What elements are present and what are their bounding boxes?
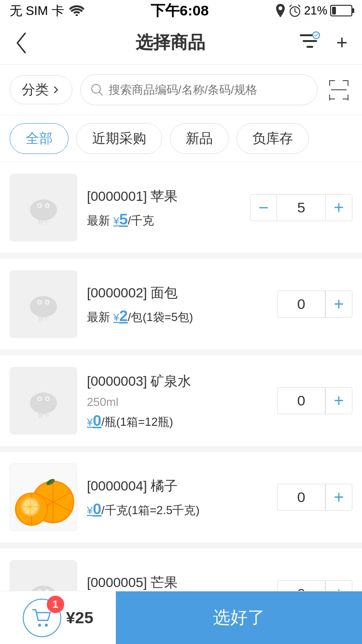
status-right: 21% bbox=[275, 4, 352, 17]
quantity-input[interactable] bbox=[277, 291, 325, 318]
product-name: [0000002] 面包 bbox=[87, 284, 267, 302]
svg-text:智十: 智十 bbox=[38, 412, 49, 419]
status-time: 下午6:08 bbox=[151, 1, 209, 21]
location-icon bbox=[275, 4, 286, 17]
status-bar: 无 SIM 卡 下午6:08 21% bbox=[0, 0, 362, 21]
battery-icon bbox=[330, 5, 352, 16]
page-title: 选择商品 bbox=[136, 31, 205, 55]
product-price: ¥0/千克(1箱=2.5千克) bbox=[87, 500, 267, 518]
product-name: [0000004] 橘子 bbox=[87, 477, 267, 495]
chevron-right-icon bbox=[52, 85, 60, 94]
battery-text: 21% bbox=[304, 4, 327, 17]
quantity-input[interactable] bbox=[277, 484, 325, 511]
product-price: ¥0/瓶(1箱=12瓶) bbox=[87, 412, 267, 430]
quantity-control-0000004: + bbox=[277, 484, 352, 511]
svg-point-29 bbox=[39, 301, 41, 304]
nav-bar: 选择商品 + bbox=[0, 21, 362, 65]
product-name: [0000003] 矿泉水 bbox=[87, 372, 267, 391]
product-price: 最新 ¥2/包(1袋=5包) bbox=[87, 307, 267, 325]
bottom-bar: 1 ¥25 选好了 bbox=[0, 591, 362, 644]
product-image-0000001: 智十 bbox=[10, 174, 77, 241]
list-item: 智十 [0000003] 矿泉水 250ml ¥0/瓶(1箱=12瓶) + bbox=[0, 355, 362, 452]
tab-all[interactable]: 全部 bbox=[10, 123, 69, 154]
svg-point-37 bbox=[39, 398, 41, 400]
svg-point-32 bbox=[30, 392, 57, 414]
svg-rect-4 bbox=[306, 46, 313, 48]
svg-point-30 bbox=[46, 301, 49, 304]
filter-bar: 分类 bbox=[0, 65, 362, 115]
cart-total: ¥25 bbox=[66, 608, 94, 627]
product-info-0000001: [0000001] 苹果 最新 ¥5/千克 bbox=[87, 187, 240, 228]
tab-bar: 全部 近期采购 新品 负库存 bbox=[0, 115, 362, 162]
carrier-text: 无 SIM 卡 bbox=[10, 2, 64, 19]
search-container bbox=[80, 74, 318, 105]
orange-illustration bbox=[10, 463, 77, 531]
confirm-button[interactable]: 选好了 bbox=[116, 591, 362, 644]
tab-recent[interactable]: 近期采购 bbox=[76, 123, 162, 154]
list-item: 智十 [0000002] 面包 最新 ¥2/包(1袋=5包) + bbox=[0, 259, 362, 355]
list-item: [0000004] 橘子 ¥0/千克(1箱=2.5千克) + bbox=[0, 452, 362, 548]
filter-button[interactable] bbox=[298, 30, 322, 55]
quantity-increase-button[interactable]: + bbox=[325, 484, 352, 511]
cart-area: 1 ¥25 bbox=[0, 599, 116, 637]
back-button[interactable] bbox=[14, 31, 43, 55]
svg-point-81 bbox=[45, 624, 48, 627]
tab-new[interactable]: 新品 bbox=[170, 123, 229, 154]
product-info-0000003: [0000003] 矿泉水 250ml ¥0/瓶(1箱=12瓶) bbox=[87, 372, 267, 430]
category-button[interactable]: 分类 bbox=[10, 75, 72, 104]
svg-point-22 bbox=[46, 205, 49, 207]
product-image-0000002: 智十 bbox=[10, 270, 77, 338]
svg-point-21 bbox=[39, 205, 41, 207]
svg-point-24 bbox=[30, 296, 57, 317]
svg-rect-12 bbox=[329, 95, 330, 100]
quantity-input[interactable] bbox=[277, 387, 325, 414]
status-left: 无 SIM 卡 bbox=[10, 2, 84, 19]
svg-point-0 bbox=[75, 14, 78, 16]
add-button[interactable]: + bbox=[336, 32, 348, 54]
product-image-0000004 bbox=[10, 463, 77, 531]
product-name: [0000005] 芒果 bbox=[87, 574, 267, 592]
product-image-0000003: 智十 bbox=[10, 367, 77, 434]
product-price: 最新 ¥5/千克 bbox=[87, 210, 240, 228]
product-info-0000004: [0000004] 橘子 ¥0/千克(1箱=2.5千克) bbox=[87, 477, 267, 518]
quantity-increase-button[interactable]: + bbox=[325, 291, 352, 318]
quantity-increase-button[interactable]: + bbox=[325, 194, 352, 221]
svg-point-80 bbox=[38, 624, 41, 627]
alarm-icon bbox=[289, 4, 301, 17]
svg-rect-10 bbox=[348, 80, 348, 86]
svg-text:智十: 智十 bbox=[38, 315, 49, 322]
tab-negative[interactable]: 负库存 bbox=[237, 123, 309, 154]
quantity-control-0000003: + bbox=[277, 387, 352, 414]
product-name: [0000001] 苹果 bbox=[87, 187, 240, 206]
quantity-input[interactable] bbox=[277, 194, 325, 221]
quantity-increase-button[interactable]: + bbox=[325, 387, 352, 414]
quantity-decrease-button[interactable]: − bbox=[250, 194, 277, 221]
svg-text:智十: 智十 bbox=[38, 219, 49, 225]
svg-rect-8 bbox=[329, 80, 330, 86]
svg-rect-3 bbox=[303, 40, 317, 42]
quantity-control-0000002: + bbox=[277, 291, 352, 318]
quantity-control-0000001: − + bbox=[250, 194, 352, 221]
product-info-0000002: [0000002] 面包 最新 ¥2/包(1袋=5包) bbox=[87, 284, 267, 325]
search-input[interactable] bbox=[109, 83, 307, 97]
svg-rect-15 bbox=[331, 89, 347, 90]
search-icon bbox=[90, 83, 104, 97]
svg-rect-14 bbox=[348, 95, 348, 100]
wifi-icon bbox=[69, 5, 84, 16]
product-list: 智十 [0000001] 苹果 最新 ¥5/千克 − + bbox=[0, 162, 362, 644]
cart-icon-button[interactable]: 1 bbox=[23, 599, 61, 637]
svg-point-38 bbox=[46, 398, 49, 400]
scan-button[interactable] bbox=[325, 76, 352, 103]
product-spec: 250ml bbox=[87, 395, 267, 409]
nav-actions: + bbox=[298, 30, 348, 55]
list-item: 智十 [0000001] 苹果 最新 ¥5/千克 − + bbox=[0, 162, 362, 259]
svg-point-16 bbox=[30, 199, 57, 221]
cart-icon bbox=[32, 609, 52, 627]
cart-badge: 1 bbox=[47, 596, 64, 613]
